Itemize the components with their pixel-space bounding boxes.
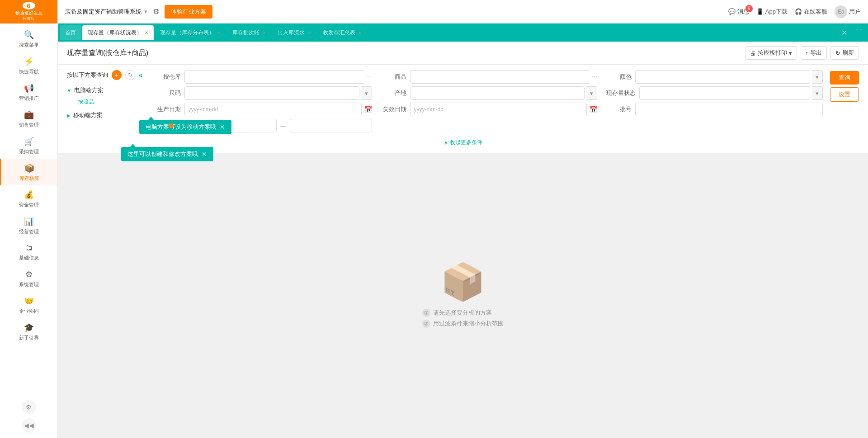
empty-illustration: 📦	[440, 261, 486, 303]
sidebar-item-search[interactable]: 🔍 搜索菜单	[0, 25, 57, 52]
print-icon: 🖨	[750, 50, 756, 57]
scheme-item-product[interactable]: 按照品	[67, 96, 142, 108]
scheme-group-pc-header[interactable]: ▼ 电脑端方案	[67, 85, 142, 96]
headset-icon: 🎧	[795, 8, 802, 15]
tabs-expand-btn[interactable]: ⛶	[852, 28, 866, 37]
filter-add-btn[interactable]: +	[112, 70, 122, 80]
trial-btn[interactable]: 体验行业方案	[165, 5, 212, 19]
sidebar-item-inventory[interactable]: 📦 库存核算	[0, 159, 57, 185]
header-settings-icon[interactable]: ⚙	[153, 7, 159, 16]
page-title: 现存量查询(按仓库+商品)	[67, 48, 148, 58]
message-icon: 💬	[728, 8, 736, 15]
tab-batch-ledger[interactable]: 库存批次账 ✕	[227, 25, 271, 40]
filter-row-4: 现存量（主） —	[156, 119, 823, 132]
filter-row-1: 按仓库 ··· 商品 ···	[156, 70, 823, 84]
filter-area: 电脑方案可设为移动方案哦 ✕ 这里可以创建和修改方案哦 ✕ 按以下方案查询 + …	[58, 65, 868, 153]
stock-status-input[interactable]	[639, 86, 810, 100]
sidebar-nav: 🔍 搜索菜单 ⚡ 快捷导航 📢 营销推广 💼 销售管理 🛒 采购管理 📦 库存核…	[0, 24, 57, 395]
refresh-btn[interactable]: ↻ 刷新	[830, 46, 859, 60]
page-header: 现存量查询(按仓库+商品) 🖨 按模板打印 ▾ ↑ 导出 ↻ 刷新	[58, 42, 868, 65]
color-input[interactable]	[635, 70, 810, 84]
batch-input[interactable]	[635, 103, 823, 116]
sidebar-item-finance[interactable]: 💰 资金管理	[0, 185, 57, 212]
collapse-up-icon: ∧	[444, 140, 448, 146]
warehouse-input[interactable]	[184, 70, 364, 84]
product-input[interactable]	[410, 70, 590, 84]
size-input-wrap: ▾	[184, 86, 372, 100]
operations-icon: 📊	[24, 217, 34, 226]
sidebar-item-sales[interactable]: 💼 销售管理	[0, 105, 57, 132]
product-input-wrap: ···	[410, 70, 598, 84]
filter-expiry-date: 失效日期 📅	[381, 103, 598, 116]
sidebar-item-enterprise[interactable]: 🤝 企业协同	[0, 292, 57, 318]
expiry-date-input[interactable]	[410, 103, 587, 116]
expiry-date-wrap: 📅	[410, 103, 598, 116]
export-btn[interactable]: ↑ 导出	[801, 46, 827, 60]
sidebar-collapse-btn[interactable]: ◀◀	[22, 418, 36, 433]
tabs-close-all-btn[interactable]: ✕	[838, 28, 851, 37]
filter-refresh-btn[interactable]: ↻	[125, 70, 135, 80]
sidebar-item-marketing[interactable]: 📢 营销推广	[0, 79, 57, 105]
scheme-group-mobile-header[interactable]: ▶ 移动端方案	[67, 109, 142, 121]
origin-dropdown-icon[interactable]: ▾	[586, 86, 597, 100]
filter-arrow-btn[interactable]: «	[139, 71, 142, 79]
tab-close-inventory-dist[interactable]: ✕	[217, 30, 221, 35]
stock-main-max-input[interactable]	[290, 119, 372, 132]
inventory-icon: 📦	[24, 163, 34, 173]
filter-batch: 批号	[606, 103, 823, 116]
app-download-btn[interactable]: 📱 App下载	[756, 8, 788, 16]
sidebar-item-guide[interactable]: 🎓 新手引导	[0, 318, 57, 345]
support-btn[interactable]: 🎧 在线客服	[795, 8, 827, 16]
tab-inventory-dist[interactable]: 现存量（库存分布表） ✕	[155, 25, 226, 40]
origin-input[interactable]	[410, 86, 585, 100]
page-actions: 🖨 按模板打印 ▾ ↑ 导出 ↻ 刷新	[745, 46, 859, 60]
print-btn[interactable]: 🖨 按模板打印 ▾	[745, 46, 797, 60]
hint-num-1: ①	[422, 309, 430, 317]
scheme-list: ▼ 电脑端方案 按照品 ▶ 移动端方案	[67, 85, 142, 121]
filter-product: 商品 ···	[381, 70, 598, 84]
size-input[interactable]	[184, 86, 359, 100]
production-calendar-icon[interactable]: 📅	[364, 106, 372, 113]
filter-stock-status: 现存量状态 ▾	[606, 86, 823, 100]
main-content: 装备及固定资产辅助管理系统 ▾ ⚙ 体验行业方案 💬 6 消息 📱 App下载 …	[58, 0, 868, 438]
message-btn[interactable]: 💬 6 消息	[728, 8, 749, 16]
system-chevron: ▾	[144, 8, 147, 15]
warehouse-dots: ···	[366, 73, 372, 81]
empty-state: 📦 ① 请先选择要分析的方案 ② 用过滤条件来缩小分析范围	[58, 153, 868, 438]
collapse-row[interactable]: ∧ 收起更多条件	[67, 135, 859, 147]
tab-close-collect-report[interactable]: ✕	[358, 30, 362, 35]
settings-btn[interactable]: 设置	[830, 87, 859, 102]
sidebar-item-system[interactable]: ⚙ 系统管理	[0, 265, 57, 292]
tab-close-batch-ledger[interactable]: ✕	[262, 30, 266, 35]
tab-home[interactable]: 首页	[60, 25, 81, 40]
content-area: 现存量查询(按仓库+商品) 🖨 按模板打印 ▾ ↑ 导出 ↻ 刷新	[58, 42, 868, 438]
expiry-calendar-icon[interactable]: 📅	[590, 106, 597, 113]
tab-close-inventory-status[interactable]: ✕	[145, 30, 148, 35]
refresh-icon: ↻	[835, 50, 840, 57]
query-btn[interactable]: 查询	[830, 71, 859, 85]
tab-inventory-status[interactable]: 现存量（库存状况表） ✕	[82, 25, 154, 40]
sidebar-item-operations[interactable]: 📊 经营管理	[0, 212, 57, 239]
guide-icon: 🎓	[24, 323, 34, 333]
enterprise-icon: 🤝	[24, 296, 34, 306]
tab-close-inout-flow[interactable]: ✕	[307, 30, 311, 35]
quicknav-icon: ⚡	[24, 57, 34, 66]
scheme-tooltip-close[interactable]: ✕	[220, 123, 225, 131]
stock-status-dropdown-icon[interactable]: ▾	[812, 86, 823, 100]
connector-dot	[169, 123, 174, 128]
sidebar-item-purchase[interactable]: 🛒 采购管理	[0, 132, 57, 159]
scheme-group-pc: ▼ 电脑端方案 按照品	[67, 85, 142, 108]
production-date-input[interactable]	[184, 103, 362, 116]
tab-inout-flow[interactable]: 出入库流水 ✕	[272, 25, 316, 40]
size-dropdown-icon[interactable]: ▾	[361, 86, 372, 100]
sidebar-item-quicknav[interactable]: ⚡ 快捷导航	[0, 52, 57, 79]
sidebar-settings-btn[interactable]: ⚙	[22, 400, 36, 414]
user-btn[interactable]: Ea 用户	[835, 5, 861, 18]
tab-collect-report[interactable]: 收发存汇总表 ✕	[317, 25, 367, 40]
sidebar: 6 畅通道好生意 标准版 🔍 搜索菜单 ⚡ 快捷导航 📢 营销推广 💼 销售管理…	[0, 0, 58, 438]
scheme-tooltip: 电脑方案可设为移动方案哦 ✕	[139, 120, 231, 134]
edit-tooltip-close[interactable]: ✕	[202, 151, 207, 158]
sidebar-item-basic[interactable]: 🗂 基础信息	[0, 239, 57, 265]
color-dropdown-icon[interactable]: ▾	[812, 70, 823, 84]
scheme-group-mobile: ▶ 移动端方案	[67, 109, 142, 121]
